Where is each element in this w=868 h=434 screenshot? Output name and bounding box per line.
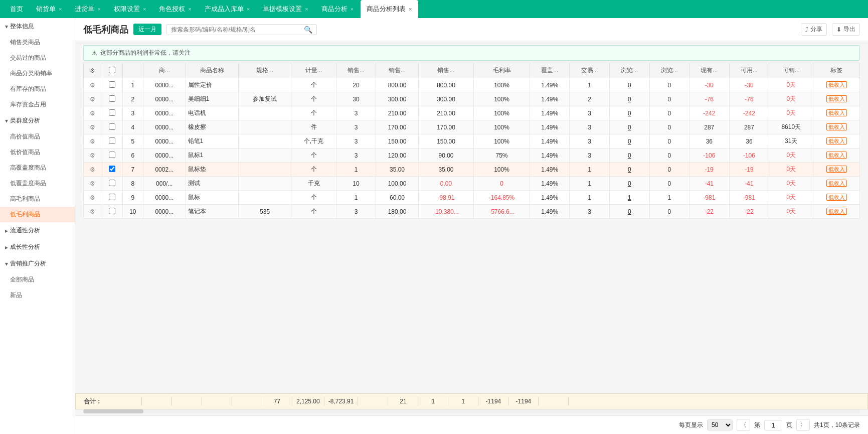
col-stock3[interactable]: 可销... xyxy=(769,63,813,78)
nav-goods-analysis-list[interactable]: 商品分析列表 × xyxy=(361,0,418,18)
row-select-checkbox[interactable] xyxy=(109,166,115,172)
row-select-checkbox[interactable] xyxy=(109,137,115,144)
col-stock2[interactable]: 可用... xyxy=(729,63,769,78)
row-select-checkbox[interactable] xyxy=(109,109,115,116)
sidebar-group-marketing[interactable]: ▾ 营销推广分析 xyxy=(0,255,75,272)
sidebar-item-stock-capital[interactable]: 库存资金占用 xyxy=(0,97,75,112)
col-sales1[interactable]: 销售... xyxy=(336,63,376,78)
nav-sales[interactable]: 销货单 × xyxy=(30,0,68,18)
search-input[interactable] xyxy=(171,26,304,33)
sidebar-group-cluster[interactable]: ▾ 类群度分析 xyxy=(0,112,75,129)
sidebar-item-traded-goods[interactable]: 交易过的商品 xyxy=(0,50,75,66)
sidebar-item-sales-goods[interactable]: 销售类商品 xyxy=(0,35,75,50)
row-checkbox[interactable] xyxy=(102,163,122,177)
sidebar-item-low-margin[interactable]: 低毛利商品 xyxy=(0,207,75,222)
col-trade[interactable]: 交易... xyxy=(570,63,610,78)
sidebar-item-high-coverage[interactable]: 高覆盖度商品 xyxy=(0,160,75,176)
col-browse2[interactable]: 浏览... xyxy=(649,63,689,78)
sidebar-group-growth[interactable]: ▸ 成长性分析 xyxy=(0,239,75,255)
row-browse1[interactable]: 0 xyxy=(609,92,649,106)
row-browse1[interactable]: 0 xyxy=(609,106,649,120)
close-icon[interactable]: × xyxy=(97,6,100,12)
row-settings[interactable]: ⚙ xyxy=(84,205,102,219)
row-settings[interactable]: ⚙ xyxy=(84,149,102,163)
nav-home[interactable]: 首页 xyxy=(4,0,29,18)
nav-permission[interactable]: 权限设置 × xyxy=(108,0,152,18)
prev-page-button[interactable]: 〈 xyxy=(737,419,750,431)
sidebar-item-high-margin[interactable]: 高毛利商品 xyxy=(0,191,75,207)
nav-template[interactable]: 单据模板设置 × xyxy=(257,0,314,18)
export-button[interactable]: ⬇ 导出 xyxy=(832,23,860,36)
row-checkbox[interactable] xyxy=(102,177,122,191)
row-select-checkbox[interactable] xyxy=(109,152,115,158)
col-margin[interactable]: 毛利率 xyxy=(474,63,530,78)
col-code[interactable]: 商... xyxy=(143,63,186,78)
close-icon[interactable]: × xyxy=(409,6,412,12)
sidebar-item-category-rate[interactable]: 商品分类助销率 xyxy=(0,66,75,81)
row-settings[interactable]: ⚙ xyxy=(84,177,102,191)
col-settings[interactable]: ⚙ xyxy=(84,63,102,78)
col-sales3[interactable]: 销售... xyxy=(418,63,473,78)
sidebar-item-high-value[interactable]: 高价值商品 xyxy=(0,129,75,144)
close-icon[interactable]: × xyxy=(143,6,146,12)
horizontal-scrollbar[interactable] xyxy=(83,409,860,413)
sidebar-group-flow[interactable]: ▸ 流通性分析 xyxy=(0,222,75,239)
row-browse1[interactable]: 0 xyxy=(609,163,649,177)
row-select-checkbox[interactable] xyxy=(109,95,115,102)
row-browse1[interactable]: 0 xyxy=(609,177,649,191)
col-sales2[interactable]: 销售... xyxy=(376,63,419,78)
sidebar-item-new-goods[interactable]: 新品 xyxy=(0,287,75,303)
nav-product-in[interactable]: 产成品入库单 × xyxy=(199,0,256,18)
col-spec[interactable]: 规格... xyxy=(238,63,291,78)
row-checkbox[interactable] xyxy=(102,205,122,219)
select-all-checkbox[interactable] xyxy=(109,67,115,73)
scrollbar-thumb[interactable] xyxy=(83,409,143,413)
row-select-checkbox[interactable] xyxy=(109,81,115,88)
col-browse1[interactable]: 浏览... xyxy=(609,63,649,78)
sidebar-item-all-goods[interactable]: 全部商品 xyxy=(0,272,75,287)
close-icon[interactable]: × xyxy=(247,6,250,12)
col-tag[interactable]: 标签 xyxy=(813,63,860,78)
row-select-checkbox[interactable] xyxy=(109,180,115,186)
row-settings[interactable]: ⚙ xyxy=(84,92,102,106)
row-browse1[interactable]: 0 xyxy=(609,134,649,149)
row-settings[interactable]: ⚙ xyxy=(84,106,102,120)
row-settings[interactable]: ⚙ xyxy=(84,78,102,92)
row-settings[interactable]: ⚙ xyxy=(84,163,102,177)
col-stock1[interactable]: 现有... xyxy=(689,63,730,78)
row-checkbox[interactable] xyxy=(102,106,122,120)
row-checkbox[interactable] xyxy=(102,134,122,149)
per-page-select[interactable]: 50 100 xyxy=(707,419,733,430)
row-settings[interactable]: ⚙ xyxy=(84,191,102,205)
next-page-button[interactable]: 〉 xyxy=(796,419,810,431)
row-browse1[interactable]: 0 xyxy=(609,205,649,219)
search-icon[interactable]: 🔍 xyxy=(304,26,312,34)
close-icon[interactable]: × xyxy=(351,6,354,12)
col-name[interactable]: 商品名称 xyxy=(186,63,238,78)
row-browse1[interactable]: 1 xyxy=(609,191,649,205)
row-settings[interactable]: ⚙ xyxy=(84,134,102,149)
row-browse1[interactable]: 0 xyxy=(609,149,649,163)
row-select-checkbox[interactable] xyxy=(109,123,115,130)
close-icon[interactable]: × xyxy=(188,6,191,12)
row-settings[interactable]: ⚙ xyxy=(84,120,102,134)
row-checkbox[interactable] xyxy=(102,78,122,92)
row-checkbox[interactable] xyxy=(102,191,122,205)
nav-goods-analysis[interactable]: 商品分析 × xyxy=(315,0,360,18)
period-button[interactable]: 近一月 xyxy=(133,24,161,35)
row-browse1[interactable]: 0 xyxy=(609,78,649,92)
row-select-checkbox[interactable] xyxy=(109,194,115,200)
sidebar-item-low-value[interactable]: 低价值商品 xyxy=(0,144,75,160)
page-input[interactable] xyxy=(764,420,782,430)
nav-role[interactable]: 角色授权 × xyxy=(153,0,197,18)
close-icon[interactable]: × xyxy=(59,6,62,12)
row-browse1[interactable]: 0 xyxy=(609,120,649,134)
sidebar-group-overall[interactable]: ▾ 整体信息 xyxy=(0,18,75,35)
share-button[interactable]: ⤴ 分享 xyxy=(801,23,827,36)
nav-purchase[interactable]: 进货单 × xyxy=(69,0,106,18)
col-checkbox[interactable] xyxy=(102,63,122,78)
close-icon[interactable]: × xyxy=(305,6,308,12)
sidebar-item-stock-goods[interactable]: 有库存的商品 xyxy=(0,81,75,97)
row-checkbox[interactable] xyxy=(102,149,122,163)
col-unit[interactable]: 计量... xyxy=(291,63,336,78)
